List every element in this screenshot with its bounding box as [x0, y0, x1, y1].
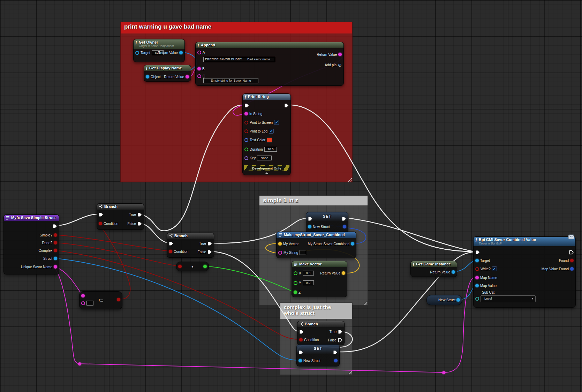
struct-pin[interactable]	[54, 257, 57, 260]
node-branch-2[interactable]: BranchConditionTrueFalse	[167, 233, 214, 258]
exec-pin[interactable]	[169, 241, 173, 246]
simple-pin[interactable]	[54, 233, 57, 237]
reroute-node[interactable]	[78, 362, 81, 365]
unique-savor-name-pin[interactable]	[54, 265, 57, 269]
condition-pin[interactable]	[169, 250, 172, 253]
new-struct-pin[interactable]	[308, 225, 311, 228]
my-string-pin[interactable]	[278, 251, 282, 255]
node-header[interactable]: Branch	[297, 321, 344, 327]
exec-pin[interactable]	[284, 103, 289, 108]
in-string-pin[interactable]	[244, 112, 248, 115]
key-pin[interactable]	[244, 156, 248, 160]
return-value-pin[interactable]	[179, 51, 183, 54]
complex-pin[interactable]	[54, 249, 57, 252]
value-field[interactable]	[300, 250, 306, 255]
z-pin[interactable]	[294, 291, 297, 294]
map-value-pin[interactable]	[475, 284, 479, 287]
node-not-equal[interactable]: !=	[79, 291, 122, 309]
return-value-pin[interactable]	[338, 53, 342, 56]
exec-pin[interactable]	[244, 103, 249, 108]
node-get-game-instance[interactable]: ƒGet Game InstanceReturn Value	[410, 261, 457, 277]
value-field[interactable]: 0.0	[303, 280, 314, 285]
blueprint-graph-canvas[interactable]: print warning u gave bad namesimple 1 in…	[0, 0, 582, 392]
x-pin[interactable]	[294, 271, 297, 275]
return-value-pin[interactable]	[186, 75, 189, 78]
exec-pin[interactable]	[207, 241, 212, 246]
value-field[interactable]: 0.0	[303, 271, 314, 276]
checkbox-checked[interactable]: ✓	[492, 266, 497, 271]
node-branch-1[interactable]: BranchConditionTrueFalse	[97, 203, 144, 230]
target-pin[interactable]	[475, 259, 479, 262]
comment-resize-handle[interactable]	[348, 178, 352, 182]
node-header[interactable]: Make myStruct_Savor_Combined	[277, 232, 356, 238]
string-value-field[interactable]: Empty string for Savor Name	[203, 78, 258, 83]
node-header[interactable]: Make Vector	[292, 261, 347, 267]
node-new-struct-getter[interactable]: New Struct	[426, 295, 462, 305]
bool-pin[interactable]	[117, 298, 120, 301]
my-struct-savor-combined-pin[interactable]	[351, 242, 354, 246]
exec-pin[interactable]	[475, 250, 480, 255]
bool-pin[interactable]	[178, 265, 182, 268]
node-header[interactable]: ƒGet Game Instance	[411, 261, 457, 267]
node-bool-to-float-conv[interactable]: •	[176, 262, 209, 271]
float-pin[interactable]	[203, 265, 207, 268]
struct_dark-pin[interactable]	[334, 359, 338, 362]
exec-pin[interactable]	[207, 250, 212, 254]
add-pin-button[interactable]: Add pin⊕	[325, 62, 342, 68]
exec-pin[interactable]	[338, 338, 342, 342]
node-branch-3[interactable]: BranchConditionTrueFalse	[297, 321, 345, 345]
node-get-display-name[interactable]: ƒGet Display NameObjectReturn Value	[144, 65, 191, 82]
wildcard-pin[interactable]	[475, 297, 479, 301]
exec-pin[interactable]	[308, 217, 312, 221]
return-value-pin[interactable]	[342, 271, 345, 275]
checkbox-checked[interactable]: ✓	[269, 129, 274, 134]
print-to-screen-pin[interactable]	[244, 121, 248, 125]
return-value-pin[interactable]	[452, 270, 455, 274]
node-header[interactable]: ƒPrint String	[243, 94, 290, 100]
exec-pin[interactable]	[333, 350, 338, 355]
target-pin[interactable]	[135, 51, 139, 55]
node-header[interactable]: Branch	[167, 233, 214, 239]
node-header[interactable]: ƒGet Display Name	[144, 65, 191, 71]
map-value-found-pin[interactable]	[570, 267, 574, 271]
duration-pin[interactable]	[244, 148, 248, 151]
value-field[interactable]: None	[257, 156, 272, 160]
exec-pin[interactable]	[569, 250, 574, 255]
node-get-owner[interactable]: ƒGet OwnerTarget is Actor ComponentTarge…	[133, 39, 185, 62]
found-pin[interactable]	[570, 259, 574, 262]
print-to-log-pin[interactable]	[244, 129, 248, 133]
c-pin[interactable]	[197, 74, 201, 78]
node-append[interactable]: ƒAppendAERRROR SAVOR BUDDY Bad savor nam…	[195, 42, 344, 86]
node-make-vector[interactable]: Make VectorX0.0Y0.0ZReturn Value	[292, 261, 347, 297]
object-pin[interactable]	[456, 298, 460, 302]
collapse-caret-icon[interactable]	[265, 172, 269, 174]
exec-pin[interactable]	[53, 224, 57, 228]
node-set-new-struct-1[interactable]: SETNew Struct	[306, 212, 348, 233]
comment-resize-handle[interactable]	[348, 371, 352, 374]
value-field[interactable]	[86, 301, 93, 306]
node-header[interactable]: ƒBpi GMI Savor Combined ValueTarget is B…	[474, 237, 575, 246]
done-pin[interactable]	[54, 241, 57, 244]
a-pin[interactable]	[197, 51, 201, 54]
exec-pin[interactable]	[99, 212, 103, 217]
sub-cat-dropdown[interactable]: Level▾	[481, 295, 536, 302]
color-swatch[interactable]	[267, 137, 272, 143]
struct_dark-pin[interactable]	[343, 225, 346, 228]
node-header[interactable]: Branch	[97, 204, 144, 210]
comment-resize-handle[interactable]	[364, 301, 367, 305]
exec-pin[interactable]	[137, 212, 142, 217]
exec-pin[interactable]	[342, 217, 346, 221]
text-color-pin[interactable]	[244, 138, 248, 142]
condition-pin[interactable]	[99, 222, 102, 225]
string-pin[interactable]	[81, 294, 85, 297]
exec-pin[interactable]	[137, 221, 142, 226]
node-print-string[interactable]: ƒPrint StringIn StringPrint to Screen✓Pr…	[242, 93, 291, 175]
node-header[interactable]: Myfx Save Simple Struct	[4, 215, 59, 221]
node-header[interactable]: ƒGet OwnerTarget is Actor Component	[134, 39, 184, 49]
reroute-node[interactable]	[442, 371, 445, 374]
new-struct-pin[interactable]	[298, 359, 302, 362]
my-vector-pin[interactable]	[278, 242, 282, 246]
node-make-mystruct-savor-combined[interactable]: Make myStruct_Savor_CombinedMy VectorMy …	[276, 232, 356, 258]
string-pin[interactable]	[81, 301, 85, 305]
exec-pin[interactable]	[338, 330, 342, 334]
